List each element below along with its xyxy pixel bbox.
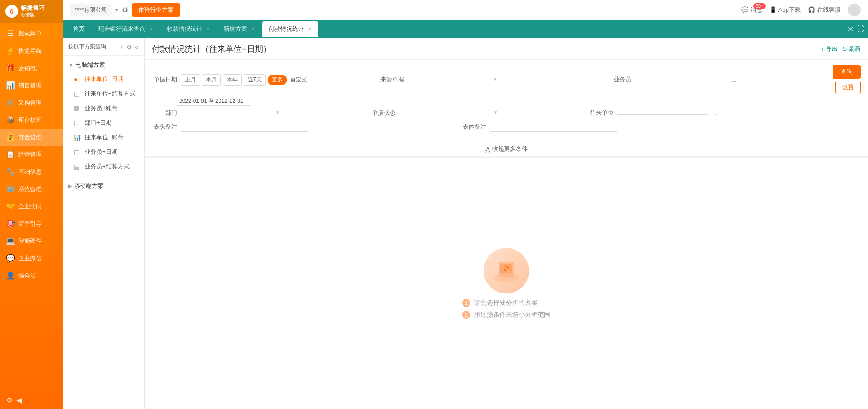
sidebar-bottom: ⚙ ◀ [0, 391, 63, 409]
sidebar-item-search-menu[interactable]: ☰ 搜索菜单 [0, 25, 63, 42]
trial-button[interactable]: 体验行业方案 [132, 3, 180, 17]
sidebar-item-enterprise[interactable]: 🤝 企业协同 [0, 198, 63, 215]
scheme-item-staff-settle[interactable]: ▦ 业务员+结算方式 [63, 159, 144, 174]
sidebar-item-wechat[interactable]: 💬 企业微信 [0, 250, 63, 267]
filter-row-2: 部门 ▾ 单据状态 ▾ 往来单位 [152, 108, 861, 117]
topbar-settings-icon[interactable]: ⚙ [122, 5, 128, 14]
scheme-item-dept-date[interactable]: ▦ 部门+日期 [63, 116, 144, 130]
date-range-input[interactable] [177, 97, 250, 106]
empty-illustration [484, 248, 529, 293]
tab-pay-stats-close[interactable]: ✕ [308, 26, 312, 32]
scheme-header: 按以下方案查询 + ⚙ « [63, 38, 144, 56]
scheme-collapse-icon[interactable]: « [135, 43, 139, 50]
tabbar: 首页 现金银行流水查询 ✕ 收款情况统计 ✕ 新建方案 ✕ 付款情况统计 ✕ ✕… [63, 20, 868, 38]
filter-row-1: 单据日期 上月 本月 本年 近7天 更多 自定义 来源单据 [152, 65, 861, 94]
sidebar-item-system[interactable]: ⚙️ 系统管理 [0, 181, 63, 198]
staff-more-icon[interactable]: ... [731, 76, 737, 83]
sidebar-item-sales[interactable]: 📊 销售管理 [0, 77, 63, 94]
service-button[interactable]: 🎧 在线客服 [808, 6, 841, 14]
tab-expand-icon[interactable]: ⛶ [857, 25, 864, 33]
sidebar-item-capital[interactable]: 💰 资金管理 [0, 129, 63, 146]
sidebar-item-basic-info[interactable]: 🔧 基础信息 [0, 163, 63, 181]
scheme-item-partner-account[interactable]: 📊 往来单位+账号 [63, 130, 144, 145]
sidebar-item-guide[interactable]: 🎯 新手引导 [0, 215, 63, 232]
app-download-button[interactable]: 📱 App下载 [769, 6, 801, 14]
date-btn-this-month[interactable]: 本月 [202, 74, 221, 86]
date-btn-more[interactable]: 更多 [268, 75, 287, 85]
sidebar-item-member[interactable]: 👤 畅会员 [0, 267, 63, 284]
export-button[interactable]: ↑ 导出 [821, 45, 838, 53]
sales-icon: 📊 [6, 81, 15, 90]
tab-bank-flow-close[interactable]: ✕ [149, 26, 153, 32]
refresh-button[interactable]: ↻ 刷新 [842, 45, 861, 53]
date-buttons: 上月 本月 本年 近7天 更多 自定义 [181, 74, 309, 86]
mobile-section-header[interactable]: ▶ 移动端方案 [63, 179, 144, 193]
date-btn-7days[interactable]: 近7天 [244, 74, 266, 86]
scheme-add-icon[interactable]: + [120, 43, 124, 50]
body-note-input[interactable] [490, 122, 617, 132]
source-select[interactable]: ▾ [408, 75, 499, 84]
desktop-section-header[interactable]: ▼ 电脑端方案 [63, 58, 144, 72]
page-header: 付款情况统计（往来单位+日期） ↑ 导出 ↻ 刷新 [145, 38, 868, 59]
company-name: ****有限公司 [70, 4, 112, 16]
enterprise-icon: 🤝 [6, 202, 15, 211]
app-logo: 6 畅捷通巧 标准版 [0, 0, 63, 23]
header-note-col: 表头备注 [152, 122, 454, 132]
staff-filter-col: 业务员 ... [606, 76, 825, 84]
staff-label: 业务员 [606, 76, 631, 84]
wechat-icon: 💬 [6, 254, 15, 263]
tab-bank-flow[interactable]: 现金银行流水查询 ✕ [92, 21, 160, 37]
date-btn-last-month[interactable]: 上月 [181, 74, 200, 86]
sidebar: 6 畅捷通巧 标准版 ☰ 搜索菜单 ⚡ 快捷导航 🎁 营销推广 📊 销售管理 🛒… [0, 0, 63, 409]
scheme-item-partner-settle[interactable]: ▦ 往来单位+结算方式 [63, 86, 144, 101]
tab-new-scheme[interactable]: 新建方案 ✕ [217, 21, 261, 37]
page-title: 付款情况统计（往来单位+日期） [152, 44, 271, 55]
date-btn-this-year[interactable]: 本年 [223, 74, 242, 86]
sidebar-item-hardware[interactable]: 💻 智能硬件 [0, 232, 63, 250]
bottom-settings-icon[interactable]: ⚙ [6, 396, 13, 404]
bottom-collapse-icon[interactable]: ◀ [16, 396, 22, 404]
body-note-label: 表体备注 [461, 123, 486, 131]
sidebar-item-purchase[interactable]: 🛒 采购管理 [0, 94, 63, 111]
date-custom-label: 自定义 [290, 76, 307, 84]
dept-select[interactable]: ▾ [181, 108, 281, 117]
filter-actions: 查询 设置 [833, 65, 861, 94]
scheme-settings-icon[interactable]: ⚙ [126, 43, 132, 50]
staff-select[interactable] [635, 78, 726, 81]
source-dropdown-icon: ▾ [494, 76, 497, 82]
dept-dropdown-icon: ▾ [276, 110, 279, 116]
user-avatar[interactable] [848, 4, 861, 16]
tab-receive-stats[interactable]: 收款情况统计 ✕ [160, 21, 216, 37]
sidebar-item-operations[interactable]: 📋 经营管理 [0, 146, 63, 163]
message-button[interactable]: 💬 消息 99+ [741, 6, 762, 14]
empty-state: 1 请先选择要分析的方案 2 用过滤条件来缩小分析范围 [145, 158, 868, 409]
voucher-status-select[interactable]: ▾ [399, 108, 499, 117]
collapse-button[interactable]: ⋀ 收起更多条件 [145, 142, 868, 156]
empty-content: 1 请先选择要分析的方案 2 用过滤条件来缩小分析范围 [462, 248, 550, 319]
tab-new-scheme-close[interactable]: ✕ [251, 26, 255, 32]
tip-num-1: 1 [462, 299, 470, 307]
basic-info-icon: 🔧 [6, 168, 15, 176]
scheme-item-staff-date[interactable]: ▦ 业务员+日期 [63, 145, 144, 159]
settings-button[interactable]: 设置 [835, 81, 861, 94]
company-dropdown-icon[interactable]: ▾ [115, 7, 118, 13]
tab-close-all-icon[interactable]: ✕ [848, 25, 853, 34]
empty-tip-2: 2 用过滤条件来缩小分析范围 [462, 311, 550, 319]
header-note-input[interactable] [181, 122, 308, 132]
scheme-item-partner-date[interactable]: ● 往来单位+日期 [63, 72, 144, 86]
tab-pay-stats[interactable]: 付款情况统计 ✕ [262, 21, 318, 37]
sidebar-item-marketing[interactable]: 🎁 营销推广 [0, 60, 63, 77]
sidebar-item-quick-nav[interactable]: ⚡ 快捷导航 [0, 42, 63, 60]
partner-select[interactable] [617, 111, 708, 115]
query-button[interactable]: 查询 [833, 65, 861, 79]
message-badge: 99+ [753, 3, 766, 9]
tab-home[interactable]: 首页 [66, 21, 91, 37]
message-icon: 💬 [741, 6, 748, 13]
voucher-status-dropdown-icon: ▾ [494, 110, 497, 116]
system-icon: ⚙️ [6, 185, 15, 193]
sidebar-item-inventory[interactable]: 📦 库存核算 [0, 111, 63, 129]
tip-num-2: 2 [462, 311, 470, 319]
scheme-item-staff-account[interactable]: ▦ 业务员+账号 [63, 101, 144, 116]
tab-receive-stats-close[interactable]: ✕ [206, 26, 210, 32]
partner-more-icon[interactable]: ... [713, 109, 719, 116]
